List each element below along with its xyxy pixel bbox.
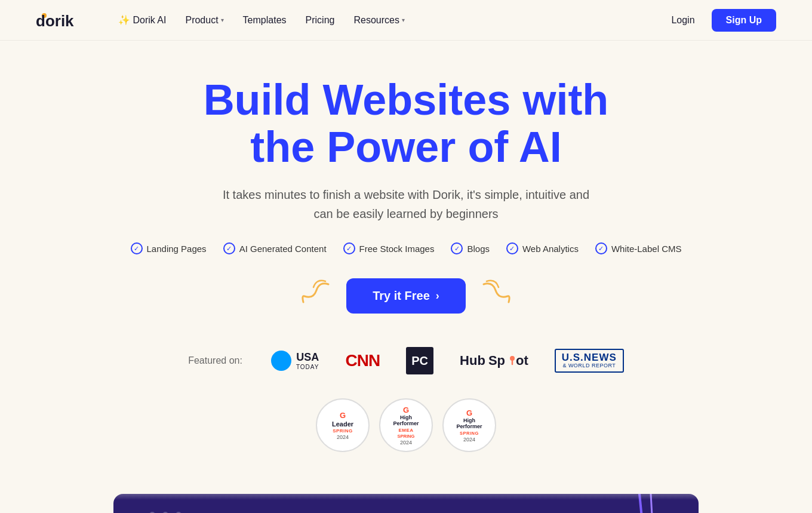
badge-hpe-g: G xyxy=(403,406,409,414)
feature-label-ai-content: AI Generated Content xyxy=(239,244,327,254)
feature-stock-images: ✓ Free Stock Images xyxy=(343,242,435,254)
hubspot-dot-svg xyxy=(505,355,516,366)
logo-us-news: U.S.NEWS & WORLD REPORT xyxy=(555,349,624,373)
hero-features: ✓ Landing Pages ✓ AI Generated Content ✓… xyxy=(131,242,682,254)
try-it-free-button[interactable]: Try it Free › xyxy=(346,278,466,314)
feature-label-web-analytics: Web Analytics xyxy=(522,244,579,254)
resources-chevron-icon: ▾ xyxy=(402,17,405,23)
usa-today-dot xyxy=(271,351,291,371)
badge-hp-g: G xyxy=(466,408,472,417)
nav-pricing-label: Pricing xyxy=(306,15,335,26)
featured-section: Featured on: USA TODAY CNN PC Hub Sp xyxy=(188,347,624,374)
logo[interactable]: dorik xyxy=(36,10,90,31)
feature-web-analytics: ✓ Web Analytics xyxy=(506,242,579,254)
badge-hp-title: HighPerformer xyxy=(456,418,482,430)
hero-title: Build Websites with the Power of AI xyxy=(204,76,609,171)
check-icon-white-label: ✓ xyxy=(595,242,607,254)
check-icon-stock-images: ✓ xyxy=(343,242,355,254)
hero-title-line1: Build Websites with xyxy=(204,76,609,124)
logo-text-svg: dorik xyxy=(36,12,74,30)
logo-svg: dorik xyxy=(36,10,90,31)
nav-resources[interactable]: Resources ▾ xyxy=(346,10,411,30)
hero-subtitle: It takes minutes to finish a website wit… xyxy=(215,185,597,223)
hubspot-spot: Sp ot xyxy=(488,353,528,368)
hubspot-text: Hub xyxy=(460,353,485,368)
feature-label-landing-pages: Landing Pages xyxy=(147,244,207,254)
feature-label-blogs: Blogs xyxy=(467,244,490,254)
badge-hpe-season: SPRING xyxy=(398,434,415,439)
pc-text: PC xyxy=(411,354,428,368)
us-news-text-block: U.S.NEWS & WORLD REPORT xyxy=(562,352,617,369)
feature-label-stock-images: Free Stock Images xyxy=(359,244,435,254)
feature-landing-pages: ✓ Landing Pages xyxy=(131,242,207,254)
nav-links: ✨ Dorik AI Product ▾ Templates Pricing R… xyxy=(111,10,412,30)
cta-label: Try it Free xyxy=(373,289,430,303)
feature-label-white-label: White-Label CMS xyxy=(611,244,682,254)
preview-top-fade xyxy=(113,476,699,500)
nav-product-label: Product xyxy=(185,15,218,26)
nav-ai-label: ✨ Dorik AI xyxy=(118,14,166,26)
feature-ai-content: ✓ AI Generated Content xyxy=(223,242,327,254)
squiggle-right-icon xyxy=(478,278,513,314)
badges-section: G Leader SPRING 2024 G HighPerformer EME… xyxy=(316,398,496,452)
badge-leader-year: 2024 xyxy=(337,434,349,440)
product-chevron-icon: ▾ xyxy=(221,17,224,23)
us-news-top: U.S.NEWS xyxy=(562,352,617,363)
arrow-right-icon: › xyxy=(436,290,439,302)
badge-high-performer-emea: G HighPerformer EMEA SPRING 2024 xyxy=(379,398,433,452)
nav-templates[interactable]: Templates xyxy=(236,10,294,30)
navbar: dorik ✨ Dorik AI Product ▾ Templates Pri… xyxy=(0,0,812,41)
feature-blogs: ✓ Blogs xyxy=(451,242,490,254)
feature-white-label: ✓ White-Label CMS xyxy=(595,242,682,254)
hubspot-ot-text: ot xyxy=(516,353,528,368)
logo-hubspot: Hub Sp ot xyxy=(460,353,528,368)
cta-wrapper: Try it Free › xyxy=(346,278,466,314)
logo-cnn: CNN xyxy=(345,351,380,370)
signup-button[interactable]: Sign Up xyxy=(712,9,776,32)
badge-leader-season: SPRING xyxy=(333,428,353,434)
check-icon-landing-pages: ✓ xyxy=(131,242,143,254)
nav-pricing[interactable]: Pricing xyxy=(299,10,342,30)
login-label: Login xyxy=(671,15,694,25)
usa-today-text: USA TODAY xyxy=(296,352,319,370)
badge-hp-year: 2024 xyxy=(463,437,475,443)
badge-leader-g: G xyxy=(340,411,346,420)
login-button[interactable]: Login xyxy=(664,10,702,30)
check-icon-ai-content: ✓ xyxy=(223,242,235,254)
featured-label: Featured on: xyxy=(188,355,242,366)
navbar-left: dorik ✨ Dorik AI Product ▾ Templates Pri… xyxy=(36,10,412,31)
us-news-bottom: & WORLD REPORT xyxy=(562,363,617,369)
preview-section xyxy=(113,476,699,513)
nav-product[interactable]: Product ▾ xyxy=(178,10,230,30)
squiggle-left-icon xyxy=(299,278,334,314)
logo-usa-today: USA TODAY xyxy=(271,351,319,371)
featured-logos: USA TODAY CNN PC Hub Sp ot xyxy=(271,347,624,374)
logo-pc-mag: PC xyxy=(406,347,433,374)
badge-hpe-title: HighPerformer xyxy=(393,415,419,427)
badge-hp-season: SPRING xyxy=(460,431,479,436)
navbar-right: Login Sign Up xyxy=(664,9,776,32)
nav-ai[interactable]: ✨ Dorik AI xyxy=(111,10,173,30)
nav-resources-label: Resources xyxy=(353,15,399,26)
hubspot-spot-text: Sp xyxy=(488,353,505,368)
badge-hpe-subtitle: EMEA xyxy=(398,428,413,433)
check-icon-blogs: ✓ xyxy=(451,242,463,254)
badge-high-performer: G HighPerformer SPRING 2024 xyxy=(442,398,496,452)
hero-section: Build Websites with the Power of AI It t… xyxy=(0,41,812,513)
signup-label: Sign Up xyxy=(726,15,762,25)
nav-templates-label: Templates xyxy=(243,15,287,26)
badge-leader: G Leader SPRING 2024 xyxy=(316,398,370,452)
hero-title-line2: the Power of AI xyxy=(250,123,561,171)
badge-leader-title: Leader xyxy=(332,420,353,428)
badge-hpe-year: 2024 xyxy=(400,440,412,446)
check-icon-web-analytics: ✓ xyxy=(506,242,518,254)
